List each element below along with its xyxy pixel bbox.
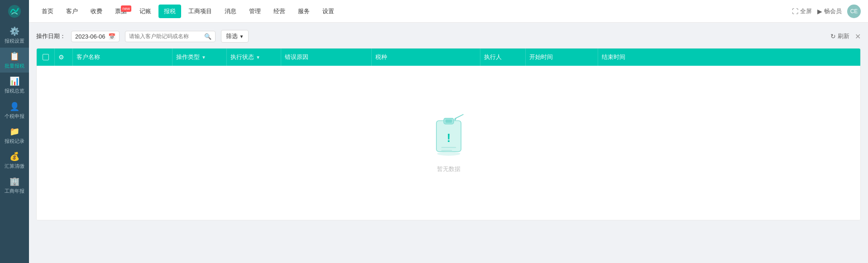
member-label: 畅会员 [824, 7, 842, 15]
th-label: 客户名称 [77, 53, 100, 61]
th-checkbox[interactable] [37, 49, 55, 66]
filter-icon[interactable]: ▼ [201, 55, 206, 60]
nav-item-kehu[interactable]: 客户 [61, 5, 83, 18]
search-icon: 🔍 [204, 33, 211, 40]
empty-text: 暂无数据 [437, 165, 460, 173]
sidebar-item-label: 报税设置 [5, 38, 24, 44]
baoshui-shezhi-icon: ⚙️ [10, 26, 19, 36]
nav-item-jizhang[interactable]: 记账 [134, 5, 157, 18]
sidebar-item-label: 报税总览 [5, 88, 24, 94]
sidebar-item-label: 工商年报 [5, 188, 24, 194]
fullscreen-button[interactable]: ⛶ 全屏 [792, 7, 812, 15]
nav-item-baoshui[interactable]: 报税 [158, 5, 181, 18]
sidebar-item-label: 批量报税 [5, 63, 24, 69]
gongshang-nianbao-icon: 🏢 [10, 176, 19, 186]
new-badge: new [121, 5, 131, 12]
sidebar-item-huisuan-jiaona[interactable]: 💰 汇算清缴 [0, 148, 29, 173]
filter-label: 筛选 [226, 32, 238, 40]
nav-item-fuwu[interactable]: 服务 [293, 5, 315, 18]
th-settings: ⚙ [55, 49, 73, 66]
piliang-baoshui-icon: 📋 [10, 51, 19, 61]
nav-item-jingying[interactable]: 经营 [268, 5, 291, 18]
date-value: 2023-06-06 [75, 33, 106, 40]
empty-illustration: ! [428, 112, 469, 158]
th-label: 结束时间 [602, 53, 625, 61]
sidebar-item-label: 汇算清缴 [5, 163, 24, 169]
sidebar-item-label: 报税记录 [5, 138, 24, 144]
toolbar: 操作日期： 2023-06-06 📅 🔍 筛选 ▼ ↻ 刷新 ✕ [36, 30, 861, 43]
th-jieshu-shijian: 结束时间 [598, 49, 671, 66]
nav-item-gongshang-xiangmu[interactable]: 工商项目 [183, 5, 217, 18]
nav-item-shoufei[interactable]: 收费 [85, 5, 108, 18]
th-label: 开始时间 [529, 53, 553, 61]
th-cuowu-yuanyin: 错误原因 [281, 49, 372, 66]
table-body: ! 暂无数据 [37, 66, 860, 220]
filter-icon[interactable]: ▼ [256, 55, 260, 60]
sidebar-item-gongshang-nianbao[interactable]: 🏢 工商年报 [0, 173, 29, 198]
nav-item-shezhi[interactable]: 设置 [317, 5, 340, 18]
baoshui-zonglang-icon: 📊 [10, 76, 19, 86]
sidebar: ⚙️ 报税设置 📋 批量报税 📊 报税总览 👤 个税申报 📁 报税记录 💰 汇算… [0, 0, 29, 263]
sidebar-item-baoshui-shezhi[interactable]: ⚙️ 报税设置 [0, 23, 29, 48]
search-input[interactable] [129, 33, 202, 39]
nav-item-shouye[interactable]: 首页 [36, 5, 59, 18]
logo [0, 0, 29, 23]
th-label: 执行状态 [230, 53, 254, 61]
table-header: ⚙ 客户名称 操作类型 ▼ 执行状态 ▼ 错误原因 税种 [37, 49, 860, 66]
refresh-button[interactable]: ↻ 刷新 [830, 32, 849, 40]
select-all-checkbox[interactable] [43, 54, 49, 60]
nav-item-piaoju[interactable]: 票据 new [110, 5, 132, 18]
svg-text:!: ! [446, 132, 450, 144]
th-caozuo-leixing: 操作类型 ▼ [173, 49, 227, 66]
topnav-right: ⛶ 全屏 ▶ 畅会员 CE [792, 5, 861, 18]
svg-rect-3 [445, 119, 452, 122]
th-zhixing-zhuangtai: 执行状态 ▼ [227, 49, 281, 66]
settings-icon[interactable]: ⚙ [58, 54, 64, 61]
sidebar-item-geshui-shenbao[interactable]: 👤 个税申报 [0, 98, 29, 123]
member-icon: ▶ [817, 8, 822, 15]
th-label: 税种 [375, 53, 387, 61]
fullscreen-icon: ⛶ [792, 8, 798, 15]
chevron-down-icon: ▼ [240, 34, 244, 39]
refresh-icon: ↻ [830, 33, 836, 40]
th-shuizhong: 税种 [372, 49, 480, 66]
svg-point-9 [437, 151, 460, 156]
calendar-icon: 📅 [108, 33, 115, 40]
huisuan-jiaona-icon: 💰 [10, 151, 19, 161]
svg-line-7 [455, 115, 463, 119]
empty-state: ! 暂无数据 [410, 94, 487, 191]
member-button[interactable]: ▶ 畅会员 [817, 7, 842, 15]
th-zhixingren: 执行人 [480, 49, 526, 66]
refresh-label: 刷新 [838, 32, 849, 40]
geshui-shenbao-icon: 👤 [10, 102, 19, 112]
sidebar-item-piliang-baoshui[interactable]: 📋 批量报税 [0, 48, 29, 73]
sidebar-item-baoshui-jilu[interactable]: 📁 报税记录 [0, 123, 29, 148]
th-label: 执行人 [484, 53, 502, 61]
nav-item-guanli[interactable]: 管理 [244, 5, 266, 18]
toolbar-right: ↻ 刷新 ✕ [830, 32, 861, 41]
topnav: 首页 客户 收费 票据 new 记账 报税 工商项目 消息 管理 经营 服务 设… [29, 0, 868, 23]
fullscreen-label: 全屏 [800, 7, 812, 15]
main-content: 首页 客户 收费 票据 new 记账 报税 工商项目 消息 管理 经营 服务 设… [29, 0, 868, 263]
th-label: 错误原因 [285, 53, 308, 61]
nav-item-xiaoxi[interactable]: 消息 [219, 5, 242, 18]
page-main: 操作日期： 2023-06-06 📅 🔍 筛选 ▼ ↻ 刷新 ✕ [29, 23, 868, 263]
th-kaishi-shijian: 开始时间 [526, 49, 598, 66]
date-picker[interactable]: 2023-06-06 📅 [71, 31, 120, 42]
search-box: 🔍 [125, 31, 216, 42]
close-button[interactable]: ✕ [855, 32, 861, 41]
table-container: ⚙ 客户名称 操作类型 ▼ 执行状态 ▼ 错误原因 税种 [36, 48, 861, 220]
sidebar-item-baoshui-zonglang[interactable]: 📊 报税总览 [0, 73, 29, 97]
th-kehu-mingcheng: 客户名称 [73, 49, 173, 66]
avatar[interactable]: CE [847, 5, 861, 18]
th-label: 操作类型 [176, 53, 200, 61]
sidebar-item-label: 个税申报 [5, 113, 24, 119]
filter-button[interactable]: 筛选 ▼ [221, 30, 249, 43]
baoshui-jilu-icon: 📁 [10, 127, 19, 136]
date-label: 操作日期： [36, 32, 66, 40]
